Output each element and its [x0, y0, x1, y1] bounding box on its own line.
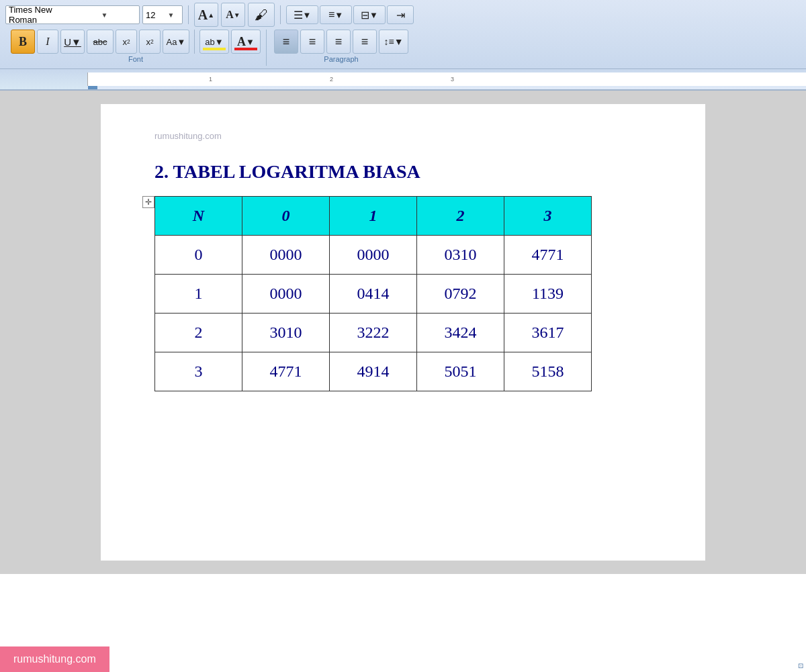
bold-button[interactable]: B [11, 30, 35, 54]
case-button[interactable]: Aa▼ [163, 30, 189, 54]
numbered-list-button[interactable]: ≡▼ [320, 5, 352, 24]
shrink-font-button[interactable]: A▼ [221, 3, 245, 27]
list-buttons: ☰▼ ≡▼ ⊟▼ ⇥ [286, 5, 414, 24]
ruler-body: 1 2 3 [87, 73, 806, 86]
indent-right-button[interactable]: ⇥ [387, 5, 414, 24]
table-cell-r0-c2: 0000 [330, 236, 417, 275]
ruler-left-margin [0, 69, 87, 89]
table-cell-r2-c3: 3424 [417, 314, 504, 352]
table-cell-r0-c3: 0310 [417, 236, 504, 275]
strikethrough-icon: abc [93, 37, 107, 47]
case-icon: Aa [167, 37, 177, 47]
strikethrough-button[interactable]: abc [87, 30, 114, 54]
table-move-handle[interactable]: ✛ [142, 196, 154, 208]
document-title: 2. TABEL LOGARITMA BIASA [154, 161, 652, 183]
align-center-button[interactable]: ≡ [300, 30, 324, 54]
highlight-button[interactable]: ab ▼ [199, 30, 229, 54]
table-header-n: N [155, 197, 242, 236]
font-size-value: 12 [146, 10, 163, 20]
bold-icon: B [19, 35, 27, 49]
table-row: 00000000003104771 [155, 236, 592, 275]
font-section: B I U▼ abc x2 x2 Aa▼ [5, 30, 267, 66]
grow-font-icon: A [198, 7, 208, 23]
table-cell-r0-c1: 0000 [242, 236, 330, 275]
table-header-row: N 0 1 2 3 [155, 197, 592, 236]
table-cell-r1-c1: 0000 [242, 275, 330, 314]
align-right-icon: ≡ [335, 35, 343, 49]
table-cell-r3-c4: 5158 [504, 352, 592, 391]
table-cell-r3-c1: 4771 [242, 352, 330, 391]
table-cell-r2-c4: 3617 [504, 314, 592, 352]
sep-inner [194, 30, 195, 54]
paragraph-section: ≡ ≡ ≡ ≡ ↕≡▼ Paragraph [269, 30, 414, 66]
watermark-top: rumushitung.com [154, 131, 652, 141]
table-cell-r1-c3: 0792 [417, 275, 504, 314]
underline-button[interactable]: U▼ [60, 30, 85, 54]
table-row: 10000041407921139 [155, 275, 592, 314]
table-cell-r2-c0: 2 [155, 314, 242, 352]
line-spacing-button[interactable]: ↕≡▼ [379, 30, 408, 54]
align-center-icon: ≡ [309, 35, 316, 49]
underline-icon: U [64, 36, 71, 48]
table-header-3: 3 [504, 197, 592, 236]
font-name-select[interactable]: Times New Roman ▼ [5, 5, 140, 24]
multilevel-list-button[interactable]: ⊟▼ [353, 5, 386, 24]
table-header-0: 0 [242, 197, 330, 236]
table-container: ✛ N 0 1 2 3 0000000000310477110000041407… [154, 196, 592, 391]
table-cell-r1-c4: 1139 [504, 275, 592, 314]
logarithm-table: N 0 1 2 3 000000000031047711000004140792… [154, 196, 592, 391]
highlight-icon: ab [205, 37, 214, 47]
bullet-list-button[interactable]: ☰▼ [286, 5, 318, 24]
subscript-button[interactable]: x2 [116, 30, 137, 54]
align-left-button[interactable]: ≡ [274, 30, 298, 54]
paragraph-section-label: Paragraph [274, 54, 408, 66]
doc-page: rumushitung.com 2. TABEL LOGARITMA BIASA… [101, 104, 705, 561]
ruler-mark-1: 1 [209, 76, 212, 83]
numbered-list-icon: ≡ [328, 9, 334, 21]
font-section-label: Font [11, 54, 261, 66]
font-size-select[interactable]: 12 ▼ [142, 5, 183, 24]
align-left-icon: ≡ [283, 35, 290, 49]
font-color-icon: A [237, 35, 246, 49]
ruler: 1 2 3 [0, 69, 806, 91]
justify-button[interactable]: ≡ [353, 30, 377, 54]
separator-1 [188, 5, 189, 24]
bullet-list-icon: ☰ [294, 9, 303, 21]
multilevel-list-icon: ⊟ [361, 9, 369, 21]
ruler-mark-3: 3 [451, 76, 454, 83]
font-name-dropdown-arrow: ▼ [73, 7, 136, 22]
table-cell-r1-c2: 0414 [330, 275, 417, 314]
ruler-mark-2: 2 [330, 76, 333, 83]
italic-button[interactable]: I [37, 30, 58, 54]
clear-format-button[interactable]: 🖌 [248, 3, 275, 27]
justify-icon: ≡ [361, 35, 369, 49]
separator-2 [280, 5, 281, 24]
italic-icon: I [46, 36, 49, 48]
indent-right-icon: ⇥ [396, 9, 405, 21]
clear-format-icon: 🖌 [255, 7, 268, 23]
table-cell-r3-c2: 4914 [330, 352, 417, 391]
table-row: 23010322234243617 [155, 314, 592, 352]
table-cell-r3-c0: 3 [155, 352, 242, 391]
font-color-button[interactable]: A ▼ [231, 30, 261, 54]
table-cell-r0-c4: 4771 [504, 236, 592, 275]
grow-font-button[interactable]: A▲ [194, 3, 218, 27]
align-right-button[interactable]: ≡ [326, 30, 351, 54]
table-header-1: 1 [330, 197, 417, 236]
table-cell-r1-c0: 1 [155, 275, 242, 314]
shrink-font-icon: A [226, 9, 234, 21]
table-row: 34771491450515158 [155, 352, 592, 391]
table-cell-r2-c2: 3222 [330, 314, 417, 352]
font-size-dropdown-arrow: ▼ [163, 7, 179, 22]
toolbar: Times New Roman ▼ 12 ▼ A▲ A▼ 🖌 ☰▼ ≡▼ [0, 0, 806, 69]
line-spacing-icon: ↕≡ [384, 36, 394, 47]
document-area: rumushitung.com 2. TABEL LOGARITMA BIASA… [0, 91, 806, 574]
table-cell-r2-c1: 3010 [242, 314, 330, 352]
table-cell-r0-c0: 0 [155, 236, 242, 275]
superscript-button[interactable]: x2 [139, 30, 161, 54]
table-cell-r3-c3: 5051 [417, 352, 504, 391]
font-name-value: Times New Roman [9, 5, 73, 25]
table-header-2: 2 [417, 197, 504, 236]
